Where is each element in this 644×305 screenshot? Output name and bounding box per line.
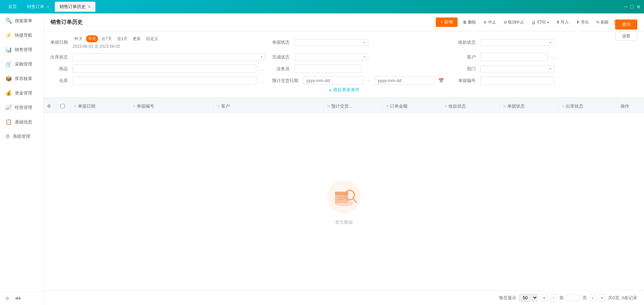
sidebar-item-ops-mgmt[interactable]: 📈 经营管理 [0, 100, 43, 115]
sidebar-item-quick-nav[interactable]: ⚡ 快捷导航 [0, 28, 43, 42]
product-input[interactable] [73, 65, 256, 73]
th-operation: 操作 [617, 101, 644, 112]
sidebar-collapse-icon[interactable]: ◀◀ [15, 296, 20, 301]
sidebar-item-purchase-mgmt[interactable]: 🛒 采购管理 [0, 57, 43, 71]
filter-row-1: 单据日期 昨天 今天 近7天 近1月 更多 自定义 2023-06-02 至 2… [50, 35, 637, 49]
planned-delivery-from[interactable] [303, 76, 363, 85]
th-planned-delivery[interactable]: ⇅ 预计交货... [324, 101, 383, 112]
empty-text: 暂无数据 [335, 219, 353, 225]
date-btn-7days[interactable]: 近7天 [99, 35, 114, 42]
export-button[interactable]: ⬇ 导出 [574, 18, 591, 27]
refresh-button[interactable]: ↻ 刷新 [594, 18, 611, 27]
tab-sales-order-history-close[interactable]: ✕ [88, 5, 91, 9]
planned-delivery-label: 预计交货日期 [272, 78, 301, 84]
filter-row-3: 商品 ... 业务员 ... 部门 ▾ [50, 65, 637, 73]
add-button[interactable]: + 新增 [436, 17, 458, 27]
window-maximize-btn[interactable]: □ [630, 4, 634, 10]
th-order-amount[interactable]: ⇅ 订单金额 [383, 101, 441, 112]
page-label-pre: 第 [559, 295, 564, 301]
department-label: 部门 [458, 66, 478, 72]
tab-sales-order-close[interactable]: ✕ [46, 5, 49, 9]
print-button[interactable]: 🖨 🖨 打印 打印 ▾ [529, 18, 551, 27]
th-delivery-status[interactable]: ⇅ 出库状态 [558, 101, 617, 112]
sidebar-item-search-menu-label: 搜索菜单 [15, 18, 32, 24]
date-btn-custom[interactable]: 自定义 [144, 35, 160, 42]
filter-row-2: 出库状态 ▾ 完成状态 ▾ 客户 ... [50, 53, 637, 61]
sidebar-item-sales-mgmt[interactable]: 📊 销售管理 [0, 42, 43, 57]
tab-sales-order-label: 销售订单 [27, 4, 44, 10]
filter-action-btns: 查询 设置 [615, 20, 637, 41]
page-size-select[interactable]: 50 10 20 100 [519, 294, 538, 302]
date-btn-more[interactable]: 更多 [131, 35, 143, 42]
product-dots[interactable]: ... [258, 66, 265, 72]
sidebar-item-search-menu[interactable]: 🔍 搜索菜单 [0, 13, 43, 28]
inventory-calc-icon: 📦 [5, 75, 12, 82]
sidebar-settings-icon[interactable]: ⚙ [5, 296, 9, 301]
sidebar-item-sys-mgmt[interactable]: ⚙ 系统管理 [0, 129, 43, 144]
settings-icon: ⚙ [47, 104, 51, 109]
date-filter-label: 单据日期 [50, 39, 71, 45]
fund-mgmt-icon: 💰 [5, 90, 12, 96]
warehouse-dots[interactable]: ... [258, 78, 265, 84]
filter-row-4: 仓库 ... 预计交货日期 — 📅 单据编号 [50, 76, 637, 85]
date-btn-yesterday[interactable]: 昨天 [73, 35, 85, 42]
top-bar: 首页 销售订单 ✕ 销售订单历史 ✕ ─ □ ✕ [0, 0, 644, 13]
sidebar: 🔍 搜索菜单 ⚡ 快捷导航 📊 销售管理 🛒 采购管理 📦 库存核算 💰 资金管… [0, 13, 44, 305]
customer-dots[interactable]: ... [550, 54, 557, 60]
page-title: 销售订单历史 [50, 19, 83, 30]
prev-page-btn[interactable]: ‹ [550, 294, 556, 301]
collapse-filter-btn[interactable]: ∧ 收起更多条件 [50, 87, 637, 93]
purchase-mgmt-icon: 🛒 [5, 61, 12, 67]
delivery-status-arrow: ▾ [261, 55, 262, 59]
warehouse-input[interactable] [73, 76, 256, 85]
current-page-input[interactable]: 1 [566, 294, 580, 301]
sidebar-item-fund-mgmt[interactable]: 💰 资金管理 [0, 86, 43, 100]
stop-button[interactable]: ⊘ 中止 [481, 18, 498, 27]
ops-mgmt-icon: 📈 [5, 104, 12, 111]
import-button[interactable]: ⬆ 导入 [554, 18, 571, 27]
window-close-btn[interactable]: ✕ [636, 4, 641, 10]
tab-sales-order-history-label: 销售订单历史 [59, 4, 86, 10]
th-customer[interactable]: ⇅ 客户 [214, 101, 324, 112]
sales-mgmt-icon: 📊 [5, 46, 12, 53]
th-order-no[interactable]: ⇅ 单据编号 [129, 101, 214, 112]
print-icon: 🖨 [531, 20, 536, 25]
salesman-input[interactable] [294, 65, 361, 73]
complete-status-select[interactable]: ▾ [294, 53, 368, 61]
customer-input[interactable] [480, 53, 548, 61]
tab-sales-order[interactable]: 销售订单 ✕ [22, 2, 54, 12]
department-select[interactable]: ▾ [480, 65, 554, 72]
th-order-status[interactable]: ⇅ 单据状态 [500, 101, 559, 112]
window-minimize-btn[interactable]: ─ [624, 4, 628, 10]
planned-delivery-to[interactable] [375, 76, 435, 85]
sidebar-item-basic-info[interactable]: 📋 基础信息 [0, 115, 43, 129]
first-page-btn[interactable]: « [541, 294, 548, 301]
order-status-select[interactable]: ▾ [294, 39, 368, 46]
th-order-date[interactable]: ⇅ 单据日期 [71, 101, 129, 112]
tab-sales-order-history[interactable]: 销售订单历史 ✕ [55, 2, 95, 12]
main-layout: 🔍 搜索菜单 ⚡ 快捷导航 📊 销售管理 🛒 采购管理 📦 库存核算 💰 资金管… [0, 13, 644, 305]
tab-home[interactable]: 首页 [3, 2, 22, 12]
th-payment-status[interactable]: ⇅ 收款状态 [441, 101, 500, 112]
filter-area: 单据日期 昨天 今天 近7天 近1月 更多 自定义 2023-06-02 至 2… [44, 31, 644, 97]
cancel-stop-button[interactable]: ⊘ 取消中止 [502, 18, 526, 27]
collapse-up-icon: ∧ [329, 87, 332, 92]
next-page-btn[interactable]: › [590, 294, 596, 301]
date-btn-1month[interactable]: 近1月 [115, 35, 130, 42]
search-button[interactable]: 查询 [615, 20, 637, 30]
calendar-icon-from[interactable]: 📅 [438, 78, 444, 83]
th-settings[interactable]: ⚙ [44, 101, 57, 111]
delivery-status-select[interactable]: ▾ [73, 53, 265, 61]
select-all-checkbox[interactable] [60, 104, 65, 108]
payment-status-select[interactable]: ▾ [480, 39, 554, 46]
th-checkbox [57, 101, 71, 111]
date-btn-today[interactable]: 今天 [86, 35, 98, 42]
salesman-dots[interactable]: ... [363, 66, 371, 72]
sidebar-item-inventory-calc[interactable]: 📦 库存核算 [0, 71, 43, 86]
settings-button[interactable]: 设置 [615, 32, 637, 41]
order-no-input[interactable] [480, 76, 554, 85]
total-text: 共0页, 0条记录 [608, 295, 637, 301]
sidebar-item-basic-info-label: 基础信息 [15, 119, 32, 125]
last-page-btn[interactable]: » [598, 294, 605, 301]
delete-button[interactable]: 🗑 删除 [461, 18, 478, 27]
